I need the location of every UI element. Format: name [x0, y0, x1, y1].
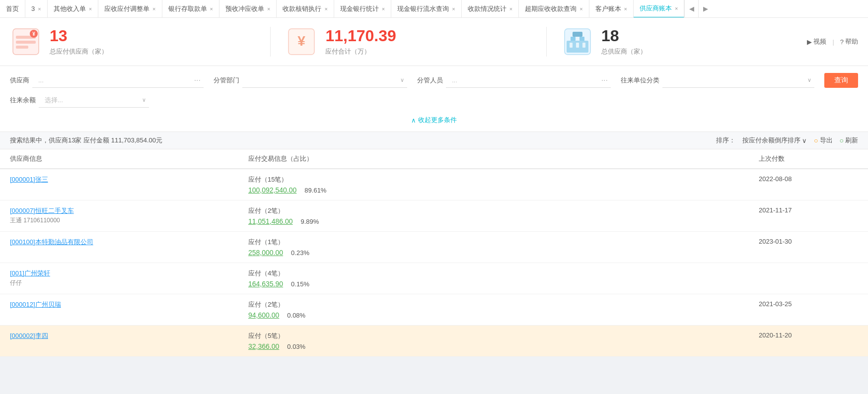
nav-home[interactable]: 首页 [0, 0, 25, 18]
tx-row: 164,635.90 0.15% [248, 280, 759, 288]
col-payment-header: 上次付数 [759, 154, 858, 163]
svg-rect-12 [570, 43, 573, 48]
svg-text:¥: ¥ [32, 31, 35, 37]
stat-divider-1 [270, 27, 271, 57]
help-link[interactable]: ? 帮助 [840, 37, 858, 46]
nav-next-arrow[interactable]: ▶ [698, 0, 712, 18]
close-supplier-icon[interactable]: × [675, 5, 678, 11]
tx-row: 32,366.00 0.03% [248, 342, 759, 350]
table-row: [000012]广州贝瑞 应付（2笔） 94,600.00 0.08% 2021… [0, 294, 868, 326]
close-adjust-icon[interactable]: × [152, 6, 155, 12]
tx-percent: 0.08% [287, 312, 305, 319]
nav-prepay[interactable]: 预收冲应收单 × [219, 0, 277, 18]
collapse-button[interactable]: ∧ 收起更多条件 [411, 114, 457, 127]
person-input[interactable] [449, 73, 601, 87]
nav-overdue[interactable]: 超期应收收款查询 × [519, 0, 589, 18]
col-tx-header: 应付交易信息（占比） [248, 154, 759, 163]
table-header: 供应商信息 应付交易信息（占比） 上次付数 [0, 149, 868, 169]
stat3-icon [562, 26, 593, 58]
tx-label: 应付（15笔） [248, 175, 759, 184]
close-customer-icon[interactable]: × [624, 6, 627, 12]
result-text: 搜索结果中，供应商13家 应付金额 111,703,854.00元 [10, 136, 162, 145]
stats-row: ¥ 13 总应付供应商（家） ¥ 11,170.39 应付合计（万） [0, 18, 868, 66]
nav-recv-stat[interactable]: 收款情况统计 × [462, 0, 519, 18]
category-dropdown-icon: ∨ [807, 77, 811, 83]
stat1-content: 13 总应付供应商（家） [50, 27, 108, 56]
nav-bank[interactable]: 银行存取款单 × [162, 0, 219, 18]
dept-input[interactable] [245, 73, 400, 87]
sort-select[interactable]: 按应付余额倒序排序 ∨ [742, 136, 807, 145]
supplier-link[interactable]: [001]广州荣轩 [10, 269, 248, 278]
divider: | [832, 38, 834, 46]
dept-dropdown-icon: ∨ [400, 77, 404, 83]
balance-input[interactable] [42, 93, 142, 107]
stat1-icon: ¥ [10, 26, 42, 58]
supplier-link[interactable]: [000100]本特勤油品有限公司 [10, 238, 248, 247]
close-tab3-icon[interactable]: × [38, 6, 41, 12]
tx-row: 94,600.00 0.08% [248, 311, 759, 319]
stat2-content: 11,170.39 应付合计（万） [325, 27, 396, 56]
close-cash-stat-icon[interactable]: × [382, 6, 385, 12]
top-navigation: 首页 3 × 其他收入单 × 应收应付调整单 × 银行存取款单 × 预收冲应收单… [0, 0, 868, 18]
stat1-value: 13 [50, 27, 108, 45]
search-button[interactable]: 查询 [824, 73, 858, 88]
export-button[interactable]: ○ 导出 [814, 136, 832, 145]
close-cash-query-icon[interactable]: × [452, 6, 455, 12]
tx-amount[interactable]: 164,635.90 [248, 280, 283, 288]
nav-tab3[interactable]: 3 × [25, 0, 48, 18]
nav-cash-query[interactable]: 现金银行流水查询 × [391, 0, 461, 18]
tx-amount[interactable]: 32,366.00 [248, 342, 279, 350]
close-prepay-icon[interactable]: × [267, 6, 270, 12]
tx-label: 应付（2笔） [248, 300, 759, 309]
svg-rect-2 [16, 41, 36, 44]
help-icon: ? [840, 38, 844, 46]
tx-row: 258,000.00 0.23% [248, 249, 759, 257]
close-other-income-icon[interactable]: × [89, 6, 92, 12]
supplier-link[interactable]: [000007]恒旺二手叉车 [10, 206, 248, 215]
close-overdue-icon[interactable]: × [579, 6, 582, 12]
nav-cash-stat[interactable]: 现金银行统计 × [334, 0, 391, 18]
category-label: 往来单位分类 [621, 76, 659, 85]
tx-amount[interactable]: 100,092,540.00 [248, 186, 296, 194]
tx-amount[interactable]: 258,000.00 [248, 249, 283, 257]
person-label: 分管人员 [417, 76, 443, 85]
supplier-link[interactable]: [000012]广州贝瑞 [10, 300, 248, 309]
supplier-link[interactable]: [000001]张三 [10, 175, 248, 184]
supplier-dots[interactable]: ··· [194, 76, 201, 85]
nav-prev-arrow[interactable]: ◀ [684, 0, 698, 18]
table-row: [000100]本特勤油品有限公司 应付（1笔） 258,000.00 0.23… [0, 232, 868, 263]
supplier-link[interactable]: [000002]李四 [10, 331, 248, 340]
nav-verify[interactable]: 收款核销执行 × [277, 0, 334, 18]
last-payment-cell: 2021-03-25 [759, 300, 858, 308]
refresh-button[interactable]: ○ 刷新 [840, 136, 858, 145]
nav-other-income[interactable]: 其他收入单 × [48, 0, 98, 18]
tx-amount[interactable]: 94,600.00 [248, 311, 279, 319]
close-recv-stat-icon[interactable]: × [509, 6, 512, 12]
balance-dropdown-icon: ∨ [142, 97, 146, 103]
close-verify-icon[interactable]: × [324, 6, 327, 12]
filter-balance: 往来余额 ∨ [10, 93, 149, 108]
tx-row: 11,051,486.00 9.89% [248, 217, 759, 225]
nav-supplier[interactable]: 供应商账本 × [634, 0, 684, 18]
nav-customer[interactable]: 客户账本 × [589, 0, 634, 18]
col-supplier-header: 供应商信息 [10, 154, 248, 163]
help-links: ▶ 视频 | ? 帮助 [807, 37, 858, 46]
nav-adjust[interactable]: 应收应付调整单 × [98, 0, 162, 18]
supplier-cell: [001]广州荣轩 仔仔 [10, 269, 248, 287]
stat2-label: 应付合计（万） [325, 47, 396, 56]
tx-cell: 应付（5笔） 32,366.00 0.03% [248, 331, 759, 350]
last-payment-cell: 2020-11-20 [759, 331, 858, 339]
filter-row-2: 往来余额 ∨ [10, 93, 149, 108]
filter-person: 分管人员 ··· [417, 73, 611, 88]
video-link[interactable]: ▶ 视频 [807, 37, 826, 46]
svg-text:¥: ¥ [298, 33, 306, 49]
sort-label: 排序： [716, 136, 735, 145]
category-input[interactable] [665, 73, 807, 87]
supplier-input[interactable] [35, 73, 194, 87]
tx-amount[interactable]: 11,051,486.00 [248, 217, 293, 225]
supplier-sub: 仔仔 [10, 279, 248, 287]
table-row: [001]广州荣轩 仔仔 应付（4笔） 164,635.90 0.15% [0, 263, 868, 294]
supplier-cell: [000007]恒旺二手叉车 王通 17106110000 [10, 206, 248, 225]
tx-percent: 0.15% [291, 280, 309, 288]
close-bank-icon[interactable]: × [210, 6, 213, 12]
